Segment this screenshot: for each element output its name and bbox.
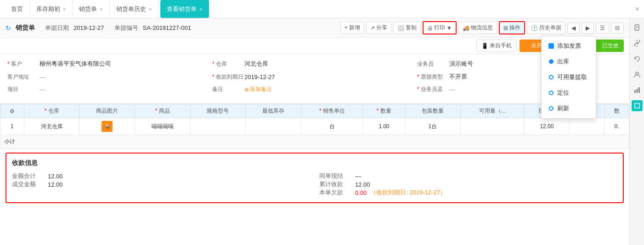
prev-button[interactable]: ◀ bbox=[567, 23, 580, 34]
sidebar-icon-expand[interactable] bbox=[632, 100, 643, 111]
tab-inventory-close[interactable]: × bbox=[63, 6, 66, 12]
tab-sales-close[interactable]: × bbox=[100, 6, 102, 12]
deal-amount-row: 成交金额 12.00 bbox=[12, 180, 310, 188]
row-available bbox=[460, 118, 524, 135]
th-available: 可用量（... bbox=[460, 104, 524, 118]
row-price bbox=[570, 118, 604, 135]
outbound-icon bbox=[548, 58, 554, 65]
new-button[interactable]: + 新增 bbox=[340, 22, 364, 34]
print-dropdown-arrow: ▼ bbox=[446, 25, 452, 31]
payment-col-left: 金额合计 12.00 成交金额 12.00 bbox=[12, 172, 310, 197]
svg-point-4 bbox=[636, 72, 638, 75]
tab-sales-history[interactable]: 销货单历史 × bbox=[110, 0, 158, 18]
th-unit: 销售单位 bbox=[301, 104, 363, 118]
dropdown-outbound[interactable]: 出库 bbox=[542, 54, 596, 69]
history-button[interactable]: 🕐 历史单据 bbox=[527, 22, 565, 34]
project-label: 项目 bbox=[7, 85, 40, 93]
tab-sales-history-close[interactable]: × bbox=[149, 6, 152, 12]
right-sidebar bbox=[629, 18, 644, 245]
table-container: ⚙ 仓库 商品图片 商品 规格型号 最低库存 销售单位 数量 包装数量 可用量（… bbox=[0, 104, 629, 149]
row-min-stock bbox=[246, 118, 301, 135]
sidebar-icon-chart[interactable] bbox=[632, 85, 643, 96]
logistics-button[interactable]: 🚚 物流信息 bbox=[458, 22, 497, 34]
amount-row: 金额合计 12.00 bbox=[12, 172, 310, 180]
toolbar: ↻ 销货单 单据日期 2019-12-27 单据编号 SA-20191227-0… bbox=[0, 18, 629, 38]
window-close[interactable]: × bbox=[635, 5, 639, 13]
grid-view-button[interactable]: ⊟ bbox=[611, 23, 624, 34]
tab-inventory[interactable]: 库存期初 × bbox=[30, 0, 73, 18]
tab-bar: 首页 库存期初 × 销货单 × 销货单历史 × 查看销货单 × × bbox=[0, 0, 644, 18]
mobile-icon: 📱 bbox=[481, 43, 488, 49]
form-row-1: 客户 柳州粤港平安气体有限公司 仓库 河北仓库 业务员 演示账号 bbox=[7, 60, 622, 68]
staff-label: 业务员 bbox=[417, 60, 449, 68]
dropdown-available-qty[interactable]: 可用量提取 bbox=[542, 69, 596, 85]
from-mobile-button[interactable]: 📱 来自手机 bbox=[476, 40, 517, 52]
sales-staff-value: — bbox=[449, 86, 455, 93]
tab-view-sales-close[interactable]: × bbox=[199, 6, 202, 12]
next-button[interactable]: ▶ bbox=[582, 23, 594, 34]
add-note-button[interactable]: ⊕ 添加备注 bbox=[244, 85, 272, 93]
customer-value: 柳州粤港平安气体有限公司 bbox=[40, 60, 111, 68]
customer-field: 客户 柳州粤港平安气体有限公司 bbox=[7, 60, 212, 68]
customer-label: 客户 bbox=[7, 60, 40, 68]
deal-amount-label: 成交金额 bbox=[12, 180, 44, 188]
th-spec: 规格型号 bbox=[190, 104, 246, 118]
share-button[interactable]: ↗ 分享 bbox=[366, 22, 391, 34]
svg-rect-5 bbox=[634, 90, 636, 93]
sidebar-icon-doc[interactable] bbox=[632, 22, 643, 33]
share-icon: ↗ bbox=[370, 25, 375, 31]
dropdown-locate[interactable]: 定位 bbox=[542, 85, 596, 101]
row-amount: 0. bbox=[604, 118, 629, 135]
date-value: 2019-12-27 bbox=[73, 24, 104, 31]
row-unit: 台 bbox=[301, 118, 363, 135]
amount-label: 金额合计 bbox=[12, 172, 44, 180]
dropdown-refresh[interactable]: 刷新 bbox=[542, 101, 596, 116]
project-field: 项目 — bbox=[7, 85, 212, 93]
add-invoice-icon bbox=[548, 43, 554, 49]
due-note: （收款到期日: 2019-12-27） bbox=[370, 188, 446, 197]
address-label: 客户地址 bbox=[7, 73, 40, 81]
product-image: 📦 bbox=[102, 121, 113, 132]
note-label: 备注 bbox=[212, 85, 244, 93]
same-order-label: 同单现结 bbox=[319, 172, 351, 180]
cumulative-label: 累计收款 bbox=[319, 180, 351, 188]
row-qty: 1.00 bbox=[363, 118, 405, 135]
form-row-2: 客户地址 — 收款到期日 2019-12-27 票据类型 不开票 bbox=[7, 73, 622, 81]
warehouse-label: 仓库 bbox=[212, 60, 244, 68]
tab-sales[interactable]: 销货单 × bbox=[73, 0, 109, 18]
sidebar-icon-user[interactable] bbox=[632, 69, 643, 80]
warehouse-field: 仓库 河北仓库 bbox=[212, 60, 417, 68]
product-table: ⚙ 仓库 商品图片 商品 规格型号 最低库存 销售单位 数量 包装数量 可用量（… bbox=[0, 104, 629, 149]
copy-icon: ⬜ bbox=[397, 25, 404, 31]
due-row: 本单欠款 0.00 （收款到期日: 2019-12-27） bbox=[319, 188, 617, 197]
cumulative-row: 累计收款 12.00 bbox=[319, 180, 617, 188]
print-button[interactable]: 🖨 打印 ▼ bbox=[423, 21, 457, 34]
th-min-stock: 最低库存 bbox=[246, 104, 301, 118]
list-view-button[interactable]: ☰ bbox=[596, 23, 609, 34]
th-warehouse: 仓库 bbox=[24, 104, 79, 118]
date-label: 单据日期 bbox=[45, 24, 69, 32]
sidebar-icon-link[interactable] bbox=[632, 38, 643, 49]
operations-button[interactable]: ⊞ 操作 bbox=[499, 21, 525, 34]
payment-title: 收款信息 bbox=[12, 159, 617, 167]
form-row-3: 项目 — 备注 ⊕ 添加备注 业务员孟 — bbox=[7, 85, 622, 93]
th-product: 商品 bbox=[135, 104, 191, 118]
tab-home[interactable]: 首页 bbox=[5, 0, 30, 18]
operations-dropdown: 添加发票 出库 可用量提取 定位 bbox=[541, 36, 596, 119]
payment-date-label: 收款到期日 bbox=[212, 73, 244, 81]
dropdown-add-invoice[interactable]: 添加发票 bbox=[542, 38, 596, 54]
svg-rect-6 bbox=[636, 89, 638, 93]
copy-button[interactable]: ⬜ 复制 bbox=[393, 22, 421, 34]
doc-icon: ↻ bbox=[6, 24, 11, 32]
note-field: 备注 ⊕ 添加备注 bbox=[212, 85, 417, 93]
due-label: 本单欠款 bbox=[319, 188, 351, 197]
sidebar-icon-return[interactable] bbox=[632, 53, 643, 64]
tab-view-sales[interactable]: 查看销货单 × bbox=[160, 0, 209, 18]
action-row: 📱 来自手机 未开票 ✓ 已核销 已生效 bbox=[0, 38, 629, 54]
due-value: 0.00 bbox=[355, 189, 367, 196]
row-spec bbox=[190, 118, 246, 135]
row-index: 1 bbox=[0, 118, 24, 135]
same-order-row: 同单现结 — bbox=[319, 172, 617, 180]
form-area: 客户 柳州粤港平安气体有限公司 仓库 河北仓库 业务员 演示账号 客户地址 — bbox=[0, 54, 629, 104]
payment-grid: 金额合计 12.00 成交金额 12.00 同单现结 — 累计收款 bbox=[12, 172, 617, 197]
